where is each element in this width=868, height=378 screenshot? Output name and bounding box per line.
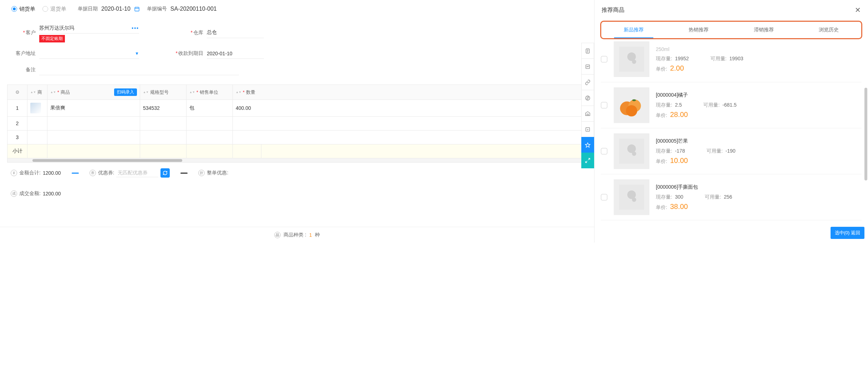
coupon-input[interactable]: 无匹配优惠券 — [116, 169, 158, 177]
selected-return-button[interactable]: 选中(0) 返回 — [831, 227, 865, 239]
side-chart-icon[interactable] — [581, 58, 594, 74]
svg-point-18 — [632, 60, 636, 64]
doc-no-label: 单据编号 — [147, 6, 167, 12]
doc-no-field: 单据编号 SA-20200110-001 — [147, 6, 217, 12]
radio-dot-icon — [11, 6, 17, 12]
coupon-icon: 券 — [90, 170, 96, 176]
chevron-down-icon[interactable]: ▼ — [135, 51, 139, 56]
item-name: [0000004]橘子 — [656, 92, 862, 98]
svg-point-21 — [626, 105, 637, 117]
kinds-icon: 品 — [274, 232, 281, 238]
item-checkbox[interactable] — [601, 194, 607, 200]
product-thumb — [30, 103, 41, 113]
warehouse-input[interactable]: 总仓 — [207, 27, 264, 38]
side-star-icon[interactable] — [581, 137, 594, 153]
side-expand-icon[interactable] — [581, 153, 594, 168]
remark-field: 备注 — [7, 65, 239, 75]
table-row[interactable]: 1果倍爽534532包400.00 — [7, 100, 587, 117]
subtotal-row: 小计 — [7, 144, 587, 158]
radio-circle-icon — [42, 6, 48, 12]
sort-icon[interactable]: ▲▼ — [50, 91, 56, 93]
amount-total: ¥ 金额合计: 1200.00 — [11, 170, 61, 176]
item-name: [0000006]手撕面包 — [656, 184, 862, 190]
minus-icon — [72, 173, 79, 174]
top-row: 销货单 退货单 单据日期 2020-01-10 单据编号 SA-20200110… — [0, 0, 594, 18]
recommend-tab[interactable]: 新品推荐 — [601, 23, 666, 37]
recommend-title: 推荐商品 — [602, 6, 624, 14]
refresh-icon[interactable] — [160, 168, 170, 178]
svg-point-9 — [586, 96, 590, 100]
yen-icon: ¥ — [11, 170, 17, 176]
recommend-tab[interactable]: 浏览历史 — [796, 23, 861, 37]
doc-date-value[interactable]: 2020-01-10 — [101, 6, 131, 12]
gear-icon[interactable]: ⚙ — [15, 90, 20, 95]
ellipsis-icon[interactable]: ••• — [132, 25, 139, 31]
form-area: *客户 苏州万达沃尔玛 ••• 不固定账期 *仓库 总仓 — [0, 18, 594, 85]
customer-input[interactable]: 苏州万达沃尔玛 ••• — [39, 23, 139, 34]
vertical-scrollbar[interactable] — [864, 88, 867, 180]
item-checkbox[interactable] — [601, 102, 607, 108]
item-image — [614, 87, 649, 123]
sort-icon[interactable]: ▲▼ — [143, 91, 149, 93]
svg-line-15 — [586, 161, 587, 163]
table-row[interactable]: 2 — [7, 117, 587, 131]
deal-amount: 成 成交金额: 1200.00 — [11, 190, 61, 197]
recommend-item: [0000005]芒果现存量: -178可用量: -190单价:10.00 — [601, 128, 862, 174]
svg-point-25 — [632, 152, 636, 156]
address-input[interactable]: ▼ — [39, 48, 139, 59]
sort-icon[interactable]: ▲▼ — [189, 91, 195, 93]
sort-icon[interactable]: ▲▼ — [30, 91, 36, 93]
svg-point-22 — [632, 99, 636, 101]
side-exchange-icon[interactable] — [581, 90, 594, 106]
totals-area: ¥ 金额合计: 1200.00 券 优惠券: 无匹配优惠券 折 整单优惠: 成 — [0, 163, 594, 203]
scan-input-button[interactable]: 扫码录入 — [114, 88, 137, 96]
table-row[interactable]: 3 — [7, 131, 587, 144]
recommend-tab[interactable]: 热销推荐 — [666, 23, 731, 37]
customer-field: *客户 苏州万达沃尔玛 ••• 不固定账期 — [7, 23, 139, 42]
items-table: ⚙ ▲▼商 ▲▼*商品扫码录入 ▲▼规格型号 ▲▼*销售单位 ▲▼*数量 1果倍… — [7, 85, 587, 163]
minus-icon — [180, 173, 188, 174]
address-field: 客户地址 ▼ — [7, 48, 139, 59]
remark-input[interactable] — [39, 65, 239, 75]
recommend-tabs-highlight: 新品推荐热销推荐滞销推荐浏览历史 — [600, 21, 862, 39]
svg-rect-0 — [135, 7, 139, 11]
warehouse-field: *仓库 总仓 — [175, 27, 264, 38]
recommend-item: 250ml现存量: 19952可用量: 19903单价:2.00 — [601, 41, 862, 82]
item-name: [0000005]芒果 — [656, 138, 862, 144]
item-image — [614, 133, 649, 169]
side-toolbar: ¥ — [581, 43, 594, 168]
svg-text:¥: ¥ — [587, 128, 589, 131]
radio-sales-order[interactable]: 销货单 — [11, 6, 35, 12]
horizontal-scrollbar[interactable] — [7, 158, 587, 162]
svg-rect-10 — [587, 114, 588, 116]
table-header: ⚙ ▲▼商 ▲▼*商品扫码录入 ▲▼规格型号 ▲▼*销售单位 ▲▼*数量 — [7, 85, 587, 100]
side-stock-icon[interactable] — [581, 106, 594, 121]
doc-date-field: 单据日期 2020-01-10 — [78, 6, 140, 12]
item-image — [614, 179, 649, 215]
item-checkbox[interactable] — [601, 148, 607, 154]
item-image — [614, 41, 649, 77]
radio-return-order[interactable]: 退货单 — [42, 6, 66, 12]
close-icon[interactable]: ✕ — [855, 6, 861, 14]
customer-tag: 不固定账期 — [39, 35, 65, 42]
calendar-icon[interactable] — [134, 6, 140, 12]
svg-point-28 — [632, 198, 636, 202]
doc-date-label: 单据日期 — [78, 6, 98, 12]
side-link-icon[interactable] — [581, 74, 594, 90]
recommend-item: [0000004]橘子现存量: 2.5可用量: -681.5单价:28.00 — [601, 82, 862, 128]
discount-icon: 折 — [198, 170, 205, 176]
coupon-field: 券 优惠券: 无匹配优惠券 — [90, 168, 170, 178]
due-date-input[interactable]: 2020-01-10 — [207, 48, 264, 59]
svg-line-14 — [588, 158, 590, 160]
doc-type-radio-group: 销货单 退货单 — [7, 3, 71, 15]
side-note-icon[interactable] — [581, 43, 594, 58]
item-checkbox[interactable] — [601, 56, 607, 62]
svg-marker-13 — [585, 143, 590, 147]
side-currency-icon[interactable]: ¥ — [581, 121, 594, 137]
recommend-tab[interactable]: 滞销推荐 — [731, 23, 796, 37]
sort-icon[interactable]: ▲▼ — [236, 91, 241, 93]
recommend-list: 250ml现存量: 19952可用量: 19903单价:2.00[0000004… — [594, 41, 868, 242]
deal-icon: 成 — [11, 190, 17, 197]
recommend-panel: 推荐商品 ✕ 新品推荐热销推荐滞销推荐浏览历史 250ml现存量: 19952可… — [594, 0, 868, 242]
doc-no-value: SA-20200110-001 — [170, 6, 217, 12]
